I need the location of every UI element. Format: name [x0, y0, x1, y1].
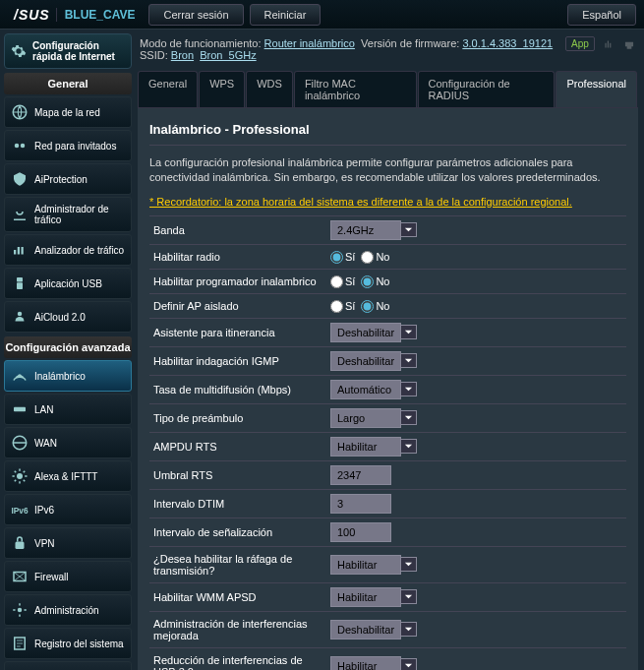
sidebar-item-label: Inalámbrico: [34, 371, 86, 382]
sidebar-item[interactable]: IPv6IPv6: [4, 494, 132, 525]
radio-yes[interactable]: Sí: [330, 274, 361, 286]
sidebar-item[interactable]: Administración: [4, 594, 132, 626]
logout-button[interactable]: Cerrar sesión: [148, 4, 243, 26]
select[interactable]: 2.4GHz: [330, 220, 417, 240]
quick-setup-label: Configuración rápida de Internet: [32, 40, 125, 62]
select[interactable]: Deshabilitar: [330, 351, 417, 371]
sidebar-item[interactable]: WAN: [4, 427, 132, 458]
panel-desc: La configuración profesional inalámbrica…: [149, 146, 626, 196]
sidebar-item-label: AiCloud 2.0: [34, 312, 86, 323]
svg-point-2: [21, 144, 26, 149]
radio-yes[interactable]: Sí: [330, 299, 361, 311]
tab[interactable]: General: [138, 71, 198, 107]
tab[interactable]: Filtro MAC inalámbrico: [294, 71, 417, 107]
nav-icon: [11, 367, 29, 385]
text-input[interactable]: [330, 522, 391, 542]
sidebar-item[interactable]: AiCloud 2.0: [4, 301, 132, 333]
sidebar-item-label: Mapa de la red: [34, 107, 100, 118]
nav-icon: [11, 170, 29, 188]
text-input[interactable]: [330, 494, 391, 514]
quick-setup-button[interactable]: Configuración rápida de Internet: [4, 33, 132, 69]
usb-icon: [602, 37, 615, 51]
sidebar-item[interactable]: LAN: [4, 394, 132, 425]
tab[interactable]: Configuración de RADIUS: [418, 71, 556, 107]
sidebar-item-label: Analizador de tráfico: [34, 245, 124, 256]
select[interactable]: Deshabilitar: [330, 323, 417, 342]
chevron-down-icon: [401, 622, 417, 637]
fw-label: Versión de firmware:: [361, 37, 459, 49]
select[interactable]: Largo: [330, 408, 417, 428]
setting-label: Habilitar indagación IGMP: [149, 346, 326, 375]
sidebar-item[interactable]: Inalámbrico: [4, 360, 132, 392]
nav-icon: [11, 635, 29, 652]
svg-rect-3: [17, 277, 23, 282]
setting-label: Asistente para itinerancia: [149, 318, 326, 346]
chevron-down-icon: [401, 658, 417, 670]
svg-text:IPv6: IPv6: [12, 507, 29, 516]
sidebar-item[interactable]: Aplicación USB: [4, 268, 132, 299]
nav-icon: [11, 568, 29, 585]
sidebar-item[interactable]: Firewall: [4, 561, 132, 592]
select[interactable]: Habilitar: [330, 437, 417, 457]
language-button[interactable]: Español: [567, 4, 636, 26]
sidebar-item-label: IPv6: [34, 505, 54, 516]
app-link[interactable]: App: [565, 36, 595, 51]
chevron-down-icon: [401, 222, 417, 237]
sidebar-item[interactable]: Administrador de tráfico: [4, 197, 132, 232]
printer-icon: [622, 37, 636, 51]
setting-label: Habilitar programador inalambrico: [149, 269, 326, 293]
setting-label: Intervalo de señalización: [149, 518, 326, 546]
select[interactable]: Automático: [330, 380, 417, 399]
sidebar-item-label: LAN: [34, 404, 53, 415]
sidebar-item-label: Alexa & IFTTT: [34, 471, 97, 482]
chevron-down-icon: [401, 589, 417, 604]
reboot-button[interactable]: Reiniciar: [250, 4, 322, 26]
select[interactable]: Habilitar: [330, 587, 417, 607]
setting-label: Habilitar radio: [149, 244, 326, 269]
radio-no[interactable]: No: [361, 250, 395, 262]
radio-no[interactable]: No: [361, 299, 395, 311]
nav-icon: [11, 601, 29, 619]
sidebar-item-label: Firewall: [34, 572, 68, 582]
tab[interactable]: Professional: [556, 71, 637, 107]
sidebar-item[interactable]: Red para invitados: [4, 130, 132, 161]
fw-value[interactable]: 3.0.1.4.383_19121: [462, 37, 553, 49]
sidebar-item-label: AiProtection: [34, 174, 88, 185]
gear-icon: [11, 43, 27, 59]
timezone-warning[interactable]: * Recordatorio: la zona horaria del sist…: [149, 196, 626, 215]
radio-yes[interactable]: Sí: [330, 250, 361, 262]
sidebar-item[interactable]: Mapa de la red: [4, 96, 132, 128]
nav-icon: [11, 103, 29, 121]
radio-no[interactable]: No: [361, 274, 395, 286]
sidebar-item[interactable]: AiProtection: [4, 163, 132, 195]
ssid-5[interactable]: Bron_5GHz: [200, 49, 256, 61]
ssid-24[interactable]: Bron: [171, 49, 194, 61]
sidebar-item-label: Aplicación USB: [34, 278, 102, 289]
sidebar-item-label: Registro del sistema: [34, 639, 124, 649]
setting-label: Intervalo DTIM: [149, 489, 326, 518]
sidebar-item[interactable]: Herramientas de red: [4, 661, 132, 670]
nav-icon: [11, 274, 29, 292]
sidebar-item[interactable]: Registro del sistema: [4, 628, 132, 659]
tab[interactable]: WDS: [246, 71, 293, 107]
sidebar-item-label: Red para invitados: [34, 141, 116, 152]
text-input[interactable]: [330, 465, 391, 485]
tab[interactable]: WPS: [199, 71, 245, 107]
setting-label: ¿Desea habilitar la ráfaga de transmisió…: [149, 546, 326, 582]
sidebar-item[interactable]: VPN: [4, 527, 132, 559]
section-general: General: [4, 73, 132, 94]
mode-label: Modo de funcionamiento:: [140, 37, 262, 49]
setting-label: Reducción de interferencias de USB 3.0: [149, 647, 326, 670]
setting-label: Habilitar WMM APSD: [149, 582, 326, 611]
sidebar-item[interactable]: Analizador de tráfico: [4, 234, 132, 266]
select[interactable]: Habilitar: [330, 656, 417, 670]
mode-value[interactable]: Router inalámbrico: [264, 37, 355, 49]
select[interactable]: Deshabilitar: [330, 620, 417, 640]
svg-rect-6: [14, 407, 26, 412]
nav-icon: [11, 434, 29, 452]
section-advanced: Configuración avanzada: [4, 336, 132, 358]
chevron-down-icon: [401, 410, 417, 425]
sidebar-item[interactable]: Alexa & IFTTT: [4, 460, 132, 492]
svg-point-5: [18, 312, 23, 317]
select[interactable]: Habilitar: [330, 555, 417, 575]
